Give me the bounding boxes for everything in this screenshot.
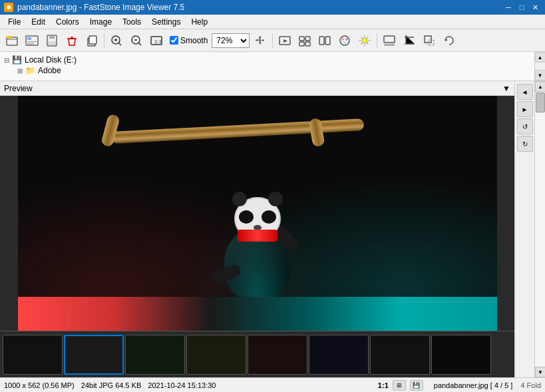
vscroll-down[interactable]: ▼ bbox=[535, 367, 545, 377]
svg-rect-12 bbox=[89, 36, 96, 44]
nav-rotate-left-button[interactable]: ↺ bbox=[517, 118, 533, 134]
brightness-button[interactable] bbox=[355, 31, 374, 50]
resize-button[interactable] bbox=[420, 31, 439, 50]
status-filename: pandabanner.jpg [ 4 / 5 ] bbox=[434, 381, 513, 389]
menu-tools[interactable]: Tools bbox=[117, 15, 146, 29]
vscroll-thumb[interactable] bbox=[536, 93, 545, 112]
tree-item-folder[interactable]: ⊞ 📁 Adobe bbox=[4, 65, 530, 76]
status-copy-icon[interactable]: ⊞ bbox=[393, 380, 406, 391]
smooth-label: Smooth bbox=[180, 36, 208, 45]
svg-rect-20 bbox=[305, 37, 310, 41]
status-bar: 1000 x 562 (0.56 MP) 24bit JPG 64.5 KB 2… bbox=[0, 377, 545, 392]
svg-rect-9 bbox=[49, 35, 55, 39]
svg-point-1 bbox=[7, 5, 11, 9]
preview-label: Preview bbox=[4, 84, 33, 93]
status-save-icon[interactable]: 💾 bbox=[410, 380, 423, 391]
nav-prev-button[interactable]: ◄ bbox=[517, 84, 533, 100]
menu-file[interactable]: File bbox=[3, 15, 26, 29]
maximize-button[interactable]: □ bbox=[516, 2, 528, 13]
svg-rect-19 bbox=[299, 37, 304, 41]
zoom-in-button[interactable] bbox=[107, 31, 126, 50]
filmstrip-item-6[interactable] bbox=[309, 335, 369, 375]
svg-rect-32 bbox=[425, 36, 431, 43]
svg-rect-7 bbox=[27, 43, 34, 45]
menu-help[interactable]: Help bbox=[186, 15, 213, 29]
minimize-button[interactable]: ─ bbox=[502, 2, 514, 13]
save-button[interactable] bbox=[43, 31, 61, 50]
status-foldcount: 4 Fold bbox=[520, 381, 541, 389]
title-bar-controls: ─ □ ✕ bbox=[502, 2, 541, 13]
nav-next-button[interactable]: ► bbox=[517, 101, 533, 117]
filmstrip-item-3[interactable] bbox=[125, 335, 185, 375]
svg-rect-31 bbox=[384, 44, 395, 46]
panda-scene bbox=[18, 96, 497, 331]
open-button[interactable] bbox=[3, 31, 21, 50]
svg-rect-5 bbox=[27, 37, 31, 40]
menu-colors[interactable]: Colors bbox=[51, 15, 85, 29]
svg-rect-10 bbox=[48, 42, 56, 45]
title-bar: pandabanner.jpg - FastStone Image Viewer… bbox=[0, 0, 545, 15]
status-dimensions: 1000 x 562 (0.56 MP) bbox=[4, 381, 75, 389]
status-datetime: 2021-10-24 15:13:30 bbox=[148, 381, 216, 389]
browse-button[interactable] bbox=[23, 31, 41, 50]
copy-button[interactable] bbox=[83, 31, 101, 50]
menu-image[interactable]: Image bbox=[85, 15, 117, 29]
crop-button[interactable] bbox=[400, 31, 419, 50]
tree-scroll-down[interactable]: ▼ bbox=[535, 70, 546, 81]
vert-scrollbar: ▲ ▼ bbox=[534, 81, 545, 377]
nav-rotate-right-button[interactable]: ↻ bbox=[517, 136, 533, 152]
toolbar-separator-3 bbox=[377, 33, 377, 48]
svg-point-28 bbox=[343, 41, 346, 44]
tree-scroll-up[interactable]: ▲ bbox=[535, 52, 546, 63]
vscroll-up[interactable]: ▲ bbox=[535, 81, 545, 92]
svg-marker-34 bbox=[445, 39, 448, 41]
svg-text:1:1: 1:1 bbox=[154, 39, 162, 45]
app-icon bbox=[4, 3, 13, 12]
delete-button[interactable] bbox=[63, 31, 81, 50]
svg-point-26 bbox=[341, 38, 344, 41]
multipage-button[interactable] bbox=[295, 31, 314, 50]
color-button[interactable] bbox=[335, 31, 354, 50]
thumb-button[interactable] bbox=[380, 31, 399, 50]
file-tree: ⊟ 💾 Local Disk (E:) ⊞ 📁 Adobe bbox=[0, 52, 534, 81]
preview-header: Preview ▼ bbox=[0, 81, 514, 96]
slideshow-button[interactable] bbox=[275, 31, 294, 50]
tree-item-drive[interactable]: ⊟ 💾 Local Disk (E:) bbox=[4, 55, 530, 65]
panda-eye-left bbox=[239, 210, 254, 224]
svg-rect-21 bbox=[299, 42, 304, 46]
actual-size-button[interactable]: 1:1 bbox=[147, 31, 166, 50]
svg-rect-24 bbox=[325, 37, 330, 45]
tree-scrollbar: ▲ ▼ bbox=[534, 52, 545, 81]
zoom-select[interactable]: 72% 25% 50% 100% 150% 200% bbox=[212, 33, 250, 48]
filmstrip-item-8[interactable] bbox=[431, 335, 491, 375]
close-button[interactable]: ✕ bbox=[529, 2, 541, 13]
filmstrip-item-2[interactable] bbox=[64, 335, 124, 375]
menu-settings[interactable]: Settings bbox=[146, 15, 186, 29]
filmstrip-item-7[interactable] bbox=[370, 335, 430, 375]
filmstrip-item-4[interactable] bbox=[186, 335, 246, 375]
compare-button[interactable] bbox=[315, 31, 334, 50]
status-colorinfo: 24bit JPG 64.5 KB bbox=[81, 381, 142, 389]
filmstrip-item-1[interactable] bbox=[3, 335, 63, 375]
filmstrip-item-5[interactable] bbox=[248, 335, 307, 375]
svg-rect-3 bbox=[7, 36, 11, 39]
panda-scarf bbox=[238, 230, 277, 242]
zoom-out-button[interactable] bbox=[127, 31, 146, 50]
svg-rect-22 bbox=[305, 42, 310, 46]
smooth-checkbox-container: Smooth bbox=[170, 36, 208, 45]
title-text: pandabanner.jpg - FastStone Image Viewer… bbox=[17, 3, 184, 12]
folder-label: Adobe bbox=[38, 66, 61, 75]
preview-collapse[interactable]: ▼ bbox=[502, 84, 510, 93]
rotate-btn[interactable] bbox=[440, 31, 458, 50]
smooth-checkbox[interactable] bbox=[170, 36, 178, 45]
svg-marker-18 bbox=[283, 39, 287, 43]
floor-line bbox=[18, 297, 497, 331]
status-left: 1000 x 562 (0.56 MP) 24bit JPG 64.5 KB 2… bbox=[4, 381, 216, 389]
main-area: Preview ▼ bbox=[0, 81, 545, 377]
panda-eye-right bbox=[262, 210, 276, 224]
pan-button[interactable] bbox=[251, 31, 270, 50]
panda-ear-right bbox=[268, 192, 283, 206]
expand-icon: ⊟ bbox=[4, 57, 9, 64]
drive-label: Local Disk (E:) bbox=[25, 55, 77, 65]
menu-edit[interactable]: Edit bbox=[26, 15, 51, 29]
